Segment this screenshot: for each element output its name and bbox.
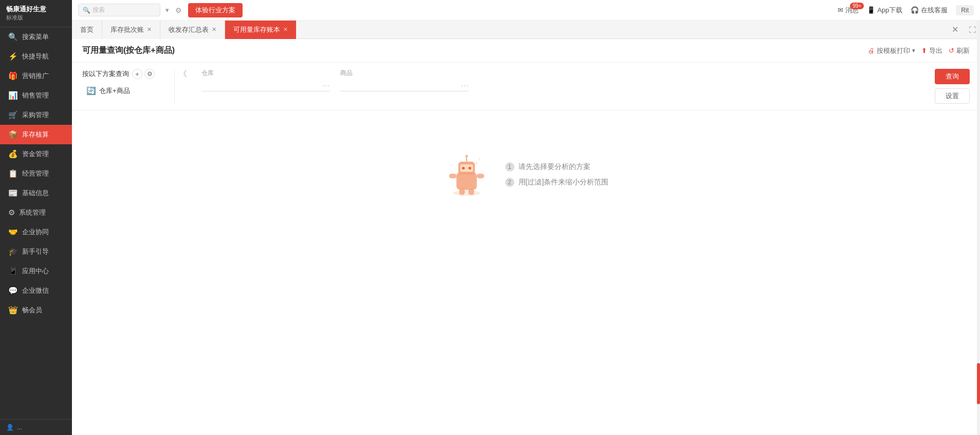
tab-collect-summary-label: 收发存汇总表 <box>169 25 209 34</box>
sidebar-item-shortcut[interactable]: ⚡ 快捷导航 <box>0 47 72 66</box>
sidebar-bottom: 👤 ... <box>0 419 72 435</box>
shortcut-icon: ⚡ <box>8 52 18 61</box>
settings-icon[interactable]: ⚙ <box>175 6 182 14</box>
sidebar-item-marketing[interactable]: 🎁 营销推广 <box>0 66 72 86</box>
tab-home[interactable]: 首页 <box>72 21 102 39</box>
app-download-button[interactable]: 📱 App下载 <box>867 6 902 15</box>
empty-tip-1: 1 请先选择要分析的方案 <box>505 162 609 172</box>
print-chevron-icon[interactable]: ▾ <box>912 47 915 54</box>
user-menu-button[interactable]: Rit <box>956 5 974 15</box>
app-name: 畅康通好生意 <box>6 5 66 14</box>
empty-state-content: ? ? 1 请先选择要分析的方案 2 用[过滤]条件来缩小分析范围 <box>443 152 609 198</box>
export-button[interactable]: ⬆ 导出 <box>921 46 942 55</box>
empty-tip-2: 2 用[过滤]条件来缩小分析范围 <box>505 178 609 187</box>
tab-collect-summary[interactable]: 收发存汇总表 ✕ <box>160 21 225 39</box>
sidebar-item-label: 企业微信 <box>22 286 49 295</box>
tab-close-icon[interactable]: ✕ <box>212 26 216 33</box>
filter-section: 按以下方案查询 + ⚙ 🔄 仓库+商品 《 仓库 <box>72 63 980 110</box>
sidebar-item-newbie[interactable]: 🎓 新手引导 <box>0 242 72 261</box>
user-name: Rit <box>961 7 969 14</box>
tip-number-2: 2 <box>505 178 514 187</box>
svg-rect-1 <box>456 173 477 190</box>
print-button[interactable]: 🖨 按模板打印 ▾ <box>868 46 915 55</box>
tab-close-icon[interactable]: ✕ <box>147 26 152 33</box>
goods-input[interactable] <box>340 82 458 89</box>
filter-action-buttons: 查询 设置 <box>924 69 970 104</box>
sidebar-nav: 🔍 搜索菜单 ⚡ 快捷导航 🎁 营销推广 📊 销售管理 🛒 采购管理 📦 库存核… <box>0 27 72 419</box>
warehouse-dots[interactable]: ··· <box>322 81 330 89</box>
sidebar-item-label: 系统管理 <box>19 208 46 217</box>
empty-tips: 1 请先选择要分析的方案 2 用[过滤]条件来缩小分析范围 <box>505 162 609 187</box>
query-button[interactable]: 查询 <box>935 69 970 84</box>
industry-solution-button[interactable]: 体验行业方案 <box>188 3 243 17</box>
warehouse-input[interactable] <box>201 82 319 89</box>
sidebar-item-sales[interactable]: 📊 销售管理 <box>0 86 72 105</box>
sidebar-item-label: 库存核算 <box>22 130 49 139</box>
online-service-button[interactable]: 🎧 在线客服 <box>911 6 948 15</box>
goods-input-wrapper: ··· <box>340 80 469 91</box>
collapse-icon[interactable]: 《 <box>175 69 191 104</box>
setting-button[interactable]: 设置 <box>935 88 970 104</box>
message-button[interactable]: ✉ 消息 99+ <box>838 6 859 15</box>
goods-filter-field: 商品 ··· <box>340 69 469 91</box>
main-area: 🔍 搜索 ▾ ⚙ 体验行业方案 ✉ 消息 99+ 📱 App下载 🎧 在线客服 … <box>72 0 980 435</box>
sidebar-item-corp[interactable]: 🤝 企业协同 <box>0 222 72 242</box>
warehouse-label: 仓库 <box>201 69 330 78</box>
svg-text:?: ? <box>475 161 477 166</box>
scheme-item-warehouse-goods[interactable]: 🔄 仓库+商品 <box>82 83 168 99</box>
sidebar-item-label: 经营管理 <box>22 169 49 178</box>
sidebar-item-appcenter[interactable]: 📱 应用中心 <box>0 261 72 281</box>
search-icon: 🔍 <box>8 32 18 42</box>
tip-text-2: 用[过滤]条件来缩小分析范围 <box>519 178 609 187</box>
svg-point-0 <box>453 191 480 196</box>
newspaper-icon: 📰 <box>8 188 18 198</box>
svg-rect-9 <box>468 188 474 195</box>
chevron-down-icon[interactable]: ▾ <box>165 6 169 14</box>
goods-dots[interactable]: ··· <box>461 81 469 89</box>
right-scrollbar-thumb[interactable] <box>977 363 980 404</box>
edit-scheme-button[interactable]: ⚙ <box>144 69 155 79</box>
gear-icon: ⚙ <box>8 208 15 217</box>
page-header: 可用量查询(按仓库+商品) 🖨 按模板打印 ▾ ⬆ 导出 ↺ 刷新 <box>72 39 980 63</box>
tab-batch-account[interactable]: 库存批次账 ✕ <box>102 21 160 39</box>
sidebar-item-operation[interactable]: 📋 经营管理 <box>0 164 72 183</box>
filter-scheme-header: 按以下方案查询 + ⚙ <box>82 69 168 79</box>
refresh-button[interactable]: ↺ 刷新 <box>949 46 970 55</box>
sidebar-item-purchase[interactable]: 🛒 采购管理 <box>0 105 72 125</box>
sidebar-item-corpwx[interactable]: 💬 企业微信 <box>0 281 72 300</box>
chat-icon: 💬 <box>8 286 18 295</box>
sidebar-item-label: 资金管理 <box>22 149 49 159</box>
filter-scheme-actions: + ⚙ <box>132 69 155 79</box>
tab-home-label: 首页 <box>80 25 94 34</box>
service-label: 在线客服 <box>921 6 948 15</box>
sidebar-item-label: 销售管理 <box>22 91 49 100</box>
filter-scheme-panel: 按以下方案查询 + ⚙ 🔄 仓库+商品 <box>82 69 175 104</box>
sidebar-item-member[interactable]: 👑 畅会员 <box>0 300 72 320</box>
tab-available-ledger[interactable]: 可用量库存账本 ✕ <box>225 21 297 39</box>
svg-point-4 <box>462 167 465 169</box>
sidebar-item-search[interactable]: 🔍 搜索菜单 <box>0 27 72 47</box>
print-icon: 🖨 <box>868 47 875 54</box>
app-icon: 📱 <box>867 6 875 14</box>
search-icon: 🔍 <box>83 7 90 14</box>
tab-bar-close-button[interactable]: ✕ <box>946 21 965 39</box>
topbar-search-box[interactable]: 🔍 搜索 <box>78 4 160 16</box>
gift-icon: 🎁 <box>8 71 18 81</box>
sidebar-bottom-icon: 👤 <box>6 424 14 431</box>
sidebar-item-inventory[interactable]: 📦 库存核算 <box>0 125 72 144</box>
tip-text-1: 请先选择要分析的方案 <box>519 162 590 172</box>
print-label: 按模板打印 <box>877 46 910 55</box>
tab-close-icon[interactable]: ✕ <box>283 26 288 33</box>
right-scrollbar[interactable] <box>977 21 980 435</box>
sidebar-item-label: 搜索菜单 <box>22 32 49 42</box>
app-label: App下载 <box>877 6 902 15</box>
add-scheme-button[interactable]: + <box>132 69 142 79</box>
sidebar-item-basic[interactable]: 📰 基础信息 <box>0 183 72 203</box>
sidebar-item-system[interactable]: ⚙ 系统管理 <box>0 203 72 222</box>
refresh-label: 刷新 <box>956 46 970 55</box>
sidebar-item-finance[interactable]: 💰 资金管理 <box>0 144 72 164</box>
page-title: 可用量查询(按仓库+商品) <box>82 45 175 56</box>
cart-icon: 🛒 <box>8 110 18 120</box>
sidebar-item-label: 采购管理 <box>22 110 49 120</box>
svg-point-5 <box>468 167 471 169</box>
